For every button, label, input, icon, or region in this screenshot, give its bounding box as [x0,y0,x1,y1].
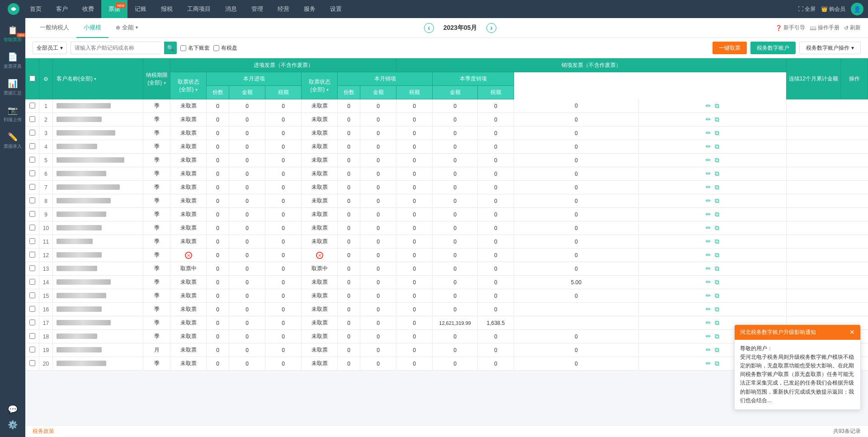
nav-service[interactable]: 服务 [297,0,323,18]
edit-btn[interactable]: ✏ [706,211,711,218]
row-checkbox[interactable] [29,130,35,136]
guide-btn[interactable]: ❓ 新手引导 [775,24,805,32]
copy-btn[interactable]: ⧉ [715,183,719,191]
nav-invoice[interactable]: 票据 new [101,0,127,18]
tab-small-scale[interactable]: 小规模 [76,18,108,38]
row-checkbox[interactable] [29,265,35,271]
copy-btn[interactable]: ⧉ [715,265,719,272]
row-checkbox[interactable] [29,333,35,339]
copy-btn[interactable]: ⧉ [715,251,719,258]
logo[interactable] [5,0,23,18]
row-checkbox[interactable] [29,347,35,352]
row-checkbox[interactable] [29,197,35,203]
nav-settings[interactable]: 设置 [323,0,349,18]
refresh-btn[interactable]: ↺ 刷新 [844,24,861,32]
row-checkbox[interactable] [29,157,35,163]
row-checkbox[interactable] [29,116,35,122]
row-checkbox[interactable] [29,292,35,298]
sidebar-item-open-invoice[interactable]: 📄 发票开具 [1,48,24,73]
edit-btn[interactable]: ✏ [706,251,711,258]
has-tax-disk-checkbox[interactable] [213,45,219,51]
edit-btn[interactable]: ✏ [706,156,711,164]
copy-btn[interactable]: ⧉ [715,224,719,231]
row-checkbox[interactable] [29,143,35,149]
row-checkbox[interactable] [29,211,35,217]
prev-period-btn[interactable]: ‹ [424,23,434,33]
notification-close-btn[interactable]: ✕ [849,329,855,336]
nav-tax[interactable]: 报税 [154,0,180,18]
row-checkbox[interactable] [29,360,35,366]
copy-btn[interactable]: ⧉ [715,238,719,245]
fullscreen-btn[interactable]: ⛶ 全屏 [798,5,816,13]
select-all-checkbox[interactable] [29,75,35,81]
edit-btn[interactable]: ✏ [706,265,711,272]
copy-btn[interactable]: ⧉ [715,129,719,136]
row-checkbox[interactable] [29,184,35,190]
copy-btn[interactable]: ⧉ [715,292,719,299]
copy-btn[interactable]: ⧉ [715,360,719,367]
edit-btn[interactable]: ✏ [706,183,711,191]
edit-btn[interactable]: ✏ [706,319,711,326]
out-status-filter-icon[interactable]: ▾ [326,87,329,92]
sidebar-item-scan-upload[interactable]: 📷 扫描上传 [1,102,24,127]
row-checkbox[interactable] [29,279,35,285]
tab-general-taxpayer[interactable]: 一般纳税人 [33,18,76,38]
edit-btn[interactable]: ✏ [706,102,711,109]
copy-btn[interactable]: ⧉ [715,156,719,164]
employee-filter[interactable]: 全部员工 ▾ [33,42,67,54]
one-click-fetch-btn[interactable]: 一键取票 [712,42,747,54]
row-checkbox[interactable] [29,225,35,230]
in-status-filter-icon[interactable]: ▾ [195,87,198,92]
copy-btn[interactable]: ⧉ [715,143,719,150]
copy-btn[interactable]: ⧉ [715,333,719,340]
edit-btn[interactable]: ✏ [706,116,711,123]
copy-btn[interactable]: ⧉ [715,211,719,218]
row-checkbox[interactable] [29,306,35,312]
copy-btn[interactable]: ⧉ [715,346,719,353]
manual-btn[interactable]: 📖 操作手册 [810,24,840,32]
search-input[interactable] [75,45,157,51]
copy-btn[interactable]: ⧉ [715,102,719,109]
copy-btn[interactable]: ⧉ [715,170,719,177]
nav-bookkeeping[interactable]: 记账 [127,0,154,18]
nav-home[interactable]: 首页 [23,0,49,18]
nav-fee[interactable]: 收费 [75,0,101,18]
row-checkbox[interactable] [29,103,35,108]
sidebar-item-smart-invoice[interactable]: 📋 智能票票 new [1,22,24,47]
edit-btn[interactable]: ✏ [706,346,711,353]
under-account-checkbox[interactable] [180,45,186,51]
under-account-checkbox-label[interactable]: 名下账套 [180,44,210,52]
tax-digital-account-action-btn[interactable]: 税务数字账户操作 ▾ [799,42,861,54]
edit-btn[interactable]: ✏ [706,197,711,204]
edit-btn[interactable]: ✏ [706,129,711,136]
nav-customer[interactable]: 客户 [49,0,75,18]
settings-icon[interactable]: ⚙ [43,76,48,82]
member-btn[interactable]: 👑 购会员 [821,5,845,13]
copy-btn[interactable]: ⧉ [715,319,719,326]
copy-btn[interactable]: ⧉ [715,197,719,204]
customer-filter-icon[interactable]: ▾ [94,76,96,81]
sidebar-item-invoice-summary[interactable]: 📊 票据汇总 [1,75,24,100]
copy-btn[interactable]: ⧉ [715,305,719,313]
edit-btn[interactable]: ✏ [706,292,711,299]
sidebar-bottom-icon2[interactable]: ⚙️ [8,420,18,430]
tab-all[interactable]: ⊕ 全能 ▾ [108,18,145,38]
nav-operation[interactable]: 经营 [270,0,297,18]
edit-btn[interactable]: ✏ [706,305,711,313]
copy-btn[interactable]: ⧉ [715,116,719,123]
edit-btn[interactable]: ✏ [706,224,711,231]
edit-btn[interactable]: ✏ [706,238,711,245]
nav-manage[interactable]: 管理 [244,0,270,18]
row-checkbox[interactable] [29,320,35,325]
row-checkbox[interactable] [29,252,35,258]
edit-btn[interactable]: ✏ [706,333,711,340]
edit-btn[interactable]: ✏ [706,278,711,286]
edit-btn[interactable]: ✏ [706,360,711,367]
sidebar-bottom-icon1[interactable]: 💬 [8,404,18,414]
tax-period-filter-icon[interactable]: ▾ [164,80,166,85]
nav-message[interactable]: 消息 [218,0,244,18]
next-period-btn[interactable]: › [486,23,496,33]
tax-digital-account-btn[interactable]: 税务数字账户 [750,42,796,54]
copy-btn[interactable]: ⧉ [715,278,719,286]
row-checkbox[interactable] [29,238,35,244]
